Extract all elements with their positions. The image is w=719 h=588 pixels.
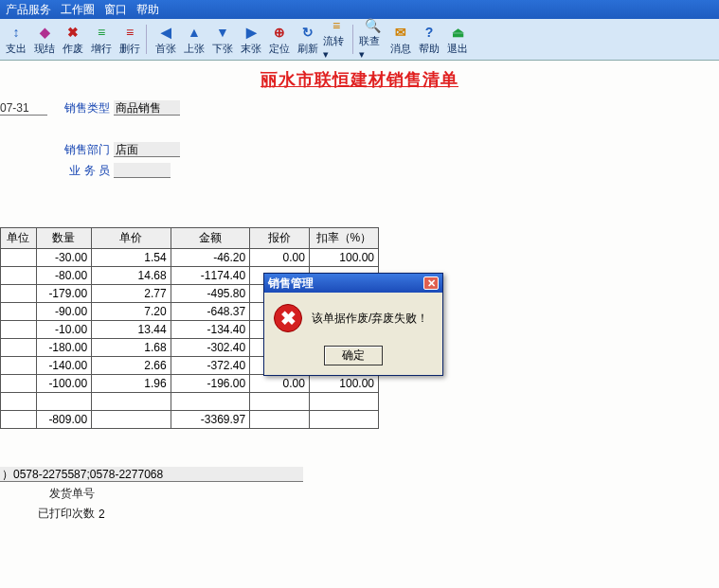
menu-product[interactable]: 产品服务	[6, 2, 51, 18]
cell[interactable]: 14.68	[92, 267, 171, 285]
ok-button[interactable]: 确定	[324, 346, 383, 365]
col-header[interactable]: 单位	[1, 228, 37, 249]
table-row[interactable]: -100.001.96-196.000.00100.00	[1, 375, 379, 393]
toolbar-退出-button[interactable]: ⏏退出	[443, 21, 472, 58]
sale-dept-label: 销售部门	[57, 142, 110, 158]
menu-workcircle[interactable]: 工作圈	[61, 2, 95, 18]
cell[interactable]	[250, 393, 310, 411]
toolbar-联查-button[interactable]: 🔍联查 ▾	[358, 21, 386, 58]
toolbar-增行-button[interactable]: ≡增行	[87, 21, 116, 58]
cell[interactable]: 1.54	[92, 249, 171, 267]
col-header[interactable]: 金额	[171, 228, 250, 249]
col-header[interactable]: 单价	[92, 228, 171, 249]
cell[interactable]	[1, 375, 37, 393]
cell[interactable]: -46.20	[171, 249, 250, 267]
date-fragment: 07-31	[0, 101, 47, 116]
cell[interactable]: -1174.40	[171, 267, 250, 285]
table-row-empty[interactable]	[1, 393, 379, 411]
cell[interactable]: -372.40	[171, 357, 250, 375]
cell[interactable]: -30.00	[36, 249, 91, 267]
cell[interactable]	[1, 267, 37, 285]
cell[interactable]: -179.00	[36, 285, 91, 303]
toolbar-首张-button[interactable]: ◀首张	[152, 21, 180, 58]
上张-icon: ▲	[186, 24, 203, 41]
cell[interactable]: -495.80	[171, 285, 250, 303]
toolbar-末张-button[interactable]: ▶末张	[237, 21, 265, 58]
cell[interactable]: 0.00	[250, 375, 310, 393]
cell[interactable]: -302.40	[171, 339, 250, 357]
menu-help[interactable]: 帮助	[136, 2, 159, 18]
cell[interactable]: 1.68	[92, 339, 171, 357]
toolbar-刷新-button[interactable]: ↻刷新	[294, 21, 322, 58]
cell[interactable]: 0.00	[250, 249, 310, 267]
toolbar-帮助-button[interactable]: ?帮助	[415, 21, 443, 58]
cell[interactable]: 7.20	[92, 303, 171, 321]
col-header[interactable]: 数量	[36, 228, 91, 249]
menu-window[interactable]: 窗口	[104, 2, 127, 18]
cell[interactable]: -140.00	[36, 357, 91, 375]
toolbar-label: 下张	[212, 42, 233, 56]
cell[interactable]	[1, 357, 37, 375]
toolbar: ↕支出◆现结✖作废≡增行≡删行◀首张▲上张▼下张▶末张⊕定位↻刷新≡流转 ▾🔍联…	[0, 19, 719, 61]
流转-icon: ≡	[328, 18, 345, 33]
toolbar-流转-button[interactable]: ≡流转 ▾	[322, 21, 351, 58]
table-row[interactable]: -30.001.54-46.200.00100.00	[1, 249, 379, 267]
cell[interactable]: 2.77	[92, 285, 171, 303]
sale-type-value[interactable]: 商品销售	[114, 100, 180, 116]
toolbar-label: 消息	[390, 42, 411, 56]
cell[interactable]	[36, 393, 91, 411]
dialog-titlebar[interactable]: 销售管理 ✕	[264, 274, 442, 293]
联查-icon: 🔍	[364, 18, 381, 33]
cell[interactable]: 2.66	[92, 357, 171, 375]
print-count-value[interactable]: 2	[99, 508, 184, 521]
消息-icon: ✉	[392, 24, 409, 41]
cell[interactable]	[1, 249, 37, 267]
toolbar-label: 支出	[6, 42, 27, 56]
toolbar-支出-button[interactable]: ↕支出	[2, 21, 30, 58]
下张-icon: ▼	[214, 24, 231, 41]
cell[interactable]: -196.00	[171, 375, 250, 393]
cell[interactable]	[1, 303, 37, 321]
cell[interactable]: -180.00	[36, 339, 91, 357]
cell[interactable]	[1, 393, 37, 411]
cell[interactable]	[1, 339, 37, 357]
col-header[interactable]: 扣率（%）	[309, 228, 378, 249]
cell[interactable]: -10.00	[36, 321, 91, 339]
toolbar-作废-button[interactable]: ✖作废	[59, 21, 87, 58]
error-dialog: 销售管理 ✕ ✖ 该单据作废/弃废失败！ 确定	[263, 273, 443, 376]
toolbar-separator	[146, 25, 150, 54]
total-cell	[250, 411, 310, 429]
cell[interactable]: 1.96	[92, 375, 171, 393]
print-count-label: 已打印次数	[0, 506, 95, 522]
cell[interactable]: 100.00	[309, 375, 378, 393]
close-icon[interactable]: ✕	[423, 276, 439, 290]
salesman-value[interactable]	[114, 163, 171, 178]
cell[interactable]: -648.37	[171, 303, 250, 321]
cell[interactable]	[171, 393, 250, 411]
toolbar-label: 退出	[447, 42, 468, 56]
cell[interactable]: -80.00	[36, 267, 91, 285]
toolbar-上张-button[interactable]: ▲上张	[180, 21, 208, 58]
toolbar-下张-button[interactable]: ▼下张	[208, 21, 237, 58]
toolbar-定位-button[interactable]: ⊕定位	[265, 21, 294, 58]
toolbar-label: 现结	[34, 42, 55, 56]
cell[interactable]: 100.00	[309, 249, 378, 267]
form-area: 07-31 销售类型 商品销售 销售部门 店面 业 务 员	[0, 98, 719, 180]
toolbar-label: 删行	[119, 42, 140, 56]
cell[interactable]: -90.00	[36, 303, 91, 321]
toolbar-消息-button[interactable]: ✉消息	[386, 21, 415, 58]
cell[interactable]: 13.44	[92, 321, 171, 339]
cell[interactable]	[92, 393, 171, 411]
salesman-label: 业 务 员	[57, 163, 110, 179]
cell[interactable]	[1, 321, 37, 339]
cell[interactable]: -134.40	[171, 321, 250, 339]
cell[interactable]	[309, 393, 378, 411]
删行-icon: ≡	[121, 24, 138, 41]
toolbar-现结-button[interactable]: ◆现结	[30, 21, 59, 58]
toolbar-删行-button[interactable]: ≡删行	[116, 21, 144, 58]
cell[interactable]	[1, 285, 37, 303]
col-header[interactable]: 报价	[250, 228, 310, 249]
cell[interactable]: -100.00	[36, 375, 91, 393]
sale-dept-value[interactable]: 店面	[114, 142, 180, 157]
toolbar-label: 增行	[91, 42, 112, 56]
